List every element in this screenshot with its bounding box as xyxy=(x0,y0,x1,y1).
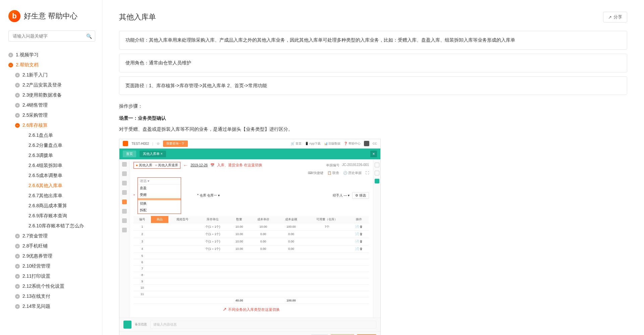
ss-tool-icon xyxy=(375,179,379,183)
site-header: b 好生意 帮助中心 xyxy=(8,10,95,22)
minus-icon: − xyxy=(8,63,13,67)
ss-arrow-icon: ↗ xyxy=(223,306,227,312)
intro-text: 其他入库单用来处理除采购入库、产成品入库之外的其他入库业务，因此其他入库单可处理… xyxy=(149,37,515,43)
role-box: 使用角色：通常由仓管人员维护 xyxy=(119,54,627,72)
nav-2-2[interactable]: +2.2产品安装及登录 xyxy=(8,80,95,90)
nav-2-6-5[interactable]: 2.6.5成本调整单 xyxy=(8,171,95,181)
ss-right-bar xyxy=(373,159,380,318)
ss-arrow-icon: ← xyxy=(183,163,188,168)
nav-2-6-9[interactable]: 2.6.9库存账本查询 xyxy=(8,211,95,221)
ss-note-icon xyxy=(123,321,131,329)
nav-2-13[interactable]: +2.13在线支付 xyxy=(8,291,95,301)
main-content: 其他入库单 ↗ 分享 功能介绍：其他入库单用来处理除采购入库、产成品入库之外的其… xyxy=(102,0,644,335)
ss-nav-icon xyxy=(122,228,127,232)
plus-icon: + xyxy=(15,83,20,88)
ss-nav-icon xyxy=(122,162,127,167)
page-title: 其他入库单 xyxy=(119,12,156,22)
site-title: 好生意 帮助中心 xyxy=(24,11,77,21)
role-text: 通常由仓管人员维护 xyxy=(149,60,191,65)
ss-close-icon: × xyxy=(370,151,377,157)
plus-icon: + xyxy=(15,264,20,269)
nav-2-6-1[interactable]: 2.6.1盘点单 xyxy=(8,130,95,141)
ss-nav-icon xyxy=(122,190,127,195)
nav-2-6-2[interactable]: 2.6.2分量盘点单 xyxy=(8,141,95,151)
steps-label: 操作步骤： xyxy=(119,103,627,109)
ss-test-id: TEST-H002 xyxy=(131,142,149,146)
role-label: 使用角色： xyxy=(125,60,149,65)
ss-nav-icon xyxy=(122,218,127,223)
ss-note-input: 请输入内容信息 xyxy=(150,321,376,329)
ss-main: ● 其他入库 ○ 其他入库退库 ← 2019-12-26 📅 入库、退货业务 在… xyxy=(129,159,373,318)
nav-tree: +1.视频学习 −2.帮助文档 +2.1新手入门 +2.2产品安装及登录 +2.… xyxy=(8,50,95,312)
minus-icon: − xyxy=(15,123,20,128)
ss-dropdown: 请选 ▾ 盘盈 受赠 切换 拆配 xyxy=(138,177,181,214)
nav-2-6-8[interactable]: 2.6.8商品成本重算 xyxy=(8,201,95,211)
nav-2-11[interactable]: +2.11打印设置 xyxy=(8,271,95,281)
nav-2-6-7[interactable]: 2.6.7其他出库单 xyxy=(8,191,95,201)
nav-2-8[interactable]: +2.8手机旺铺 xyxy=(8,241,95,251)
intro-box: 功能介绍：其他入库单用来处理除采购入库、产成品入库之外的其他入库业务，因此其他入… xyxy=(119,31,627,50)
plus-icon: + xyxy=(15,113,20,118)
ss-nav-icon xyxy=(122,171,127,176)
ss-tabbar: 首页 其他入库单 × × xyxy=(119,149,380,159)
plus-icon: + xyxy=(15,244,20,248)
ss-left-nav xyxy=(119,159,129,318)
nav-2-10[interactable]: +2.10经营管理 xyxy=(8,261,95,271)
plus-icon: + xyxy=(15,73,20,77)
ss-logo-icon xyxy=(123,141,128,146)
search-input[interactable] xyxy=(8,31,95,42)
ss-annotation2: 不同业务的入库类型在这里切换 xyxy=(228,308,280,312)
nav-2-14[interactable]: +2.14常见问题 xyxy=(8,301,95,312)
plus-icon: + xyxy=(15,274,20,279)
plus-icon: + xyxy=(15,294,20,299)
nav-help-docs[interactable]: −2.帮助文档 xyxy=(8,60,95,70)
search-icon[interactable]: 🔍 xyxy=(86,34,92,39)
plus-icon: + xyxy=(15,304,20,309)
search-box: 🔍 xyxy=(8,31,95,42)
ss-nav-icon xyxy=(122,181,127,185)
ss-consult-button: 我要咨询一下 xyxy=(163,141,188,147)
ss-nav-icon xyxy=(122,209,127,214)
share-icon: ↗ xyxy=(608,15,612,20)
nav-2-7[interactable]: +2.7资金管理 xyxy=(8,231,95,241)
plus-icon: + xyxy=(15,284,20,289)
ss-actions: 放弃 保存草稿 保存 ▾ xyxy=(119,331,380,335)
intro-label: 功能介绍： xyxy=(125,37,149,43)
nav-2-5[interactable]: +2.5采购管理 xyxy=(8,110,95,120)
nav-2-6-4[interactable]: 2.6.4组装拆卸单 xyxy=(8,161,95,171)
path-label: 页面路径： xyxy=(125,83,149,88)
ss-table: 编号 商品 规格型号 库存单位 数量 成本单价 成本金额 可用量（仓库） 操作 … xyxy=(133,216,369,304)
plus-icon: + xyxy=(15,103,20,108)
ss-footer: 备注信息 请输入内容信息 xyxy=(119,318,380,331)
ss-tab-home: 首页 xyxy=(123,151,136,157)
content-section: 操作步骤： 场景一：业务类型确认 对于受赠、盘盈或是拆装入库等不同的业务，是通过… xyxy=(119,103,627,335)
nav-2-6[interactable]: −2.6库存核算 xyxy=(8,120,95,130)
ss-nav-icon-active xyxy=(122,200,127,204)
path-text: 1、库存核算->库存管理->其他入库单 2、首页->常用功能 xyxy=(149,83,267,88)
plus-icon: + xyxy=(15,93,20,98)
plus-icon: + xyxy=(15,234,20,238)
share-button[interactable]: ↗ 分享 xyxy=(603,12,627,22)
ss-tool-icon xyxy=(375,171,379,175)
nav-2-9[interactable]: +2.9优惠券管理 xyxy=(8,251,95,261)
logo-icon: b xyxy=(8,10,20,22)
ss-topbar: TEST-H002 | ⚙ 我要咨询一下 🛒 首页 📱 App下载 📊 旧版数据… xyxy=(119,139,380,149)
nav-video[interactable]: +1.视频学习 xyxy=(8,50,95,60)
ss-tab-active: 其他入库单 × xyxy=(140,151,166,157)
nav-2-3[interactable]: +2.3使用前数据准备 xyxy=(8,90,95,100)
ss-avatar-icon xyxy=(364,141,369,146)
plus-icon: + xyxy=(8,53,13,57)
scene1-title: 场景一：业务类型确认 xyxy=(119,115,627,121)
ss-radio-group: ● 其他入库 ○ 其他入库退库 xyxy=(133,162,180,169)
nav-2-6-6[interactable]: 2.6.6其他入库单 xyxy=(8,181,95,191)
app-screenshot: TEST-H002 | ⚙ 我要咨询一下 🛒 首页 📱 App下载 📊 旧版数据… xyxy=(119,139,381,335)
path-box: 页面路径：1、库存核算->库存管理->其他入库单 2、首页->常用功能 xyxy=(119,76,627,95)
nav-2-12[interactable]: +2.12系统个性化设置 xyxy=(8,281,95,291)
sidebar: b 好生意 帮助中心 🔍 +1.视频学习 −2.帮助文档 +2.1新手入门 +2… xyxy=(0,0,102,335)
plus-icon: + xyxy=(15,254,20,259)
nav-2-6-3[interactable]: 2.6.3调拨单 xyxy=(8,151,95,161)
nav-2-1[interactable]: +2.1新手入门 xyxy=(8,70,95,80)
nav-2-4[interactable]: +2.4销售管理 xyxy=(8,100,95,110)
ss-annotation1: 入库、退货业务 在这里切换 xyxy=(217,163,262,168)
nav-2-6-10[interactable]: 2.6.10库存账本错了怎么办 xyxy=(8,221,95,231)
